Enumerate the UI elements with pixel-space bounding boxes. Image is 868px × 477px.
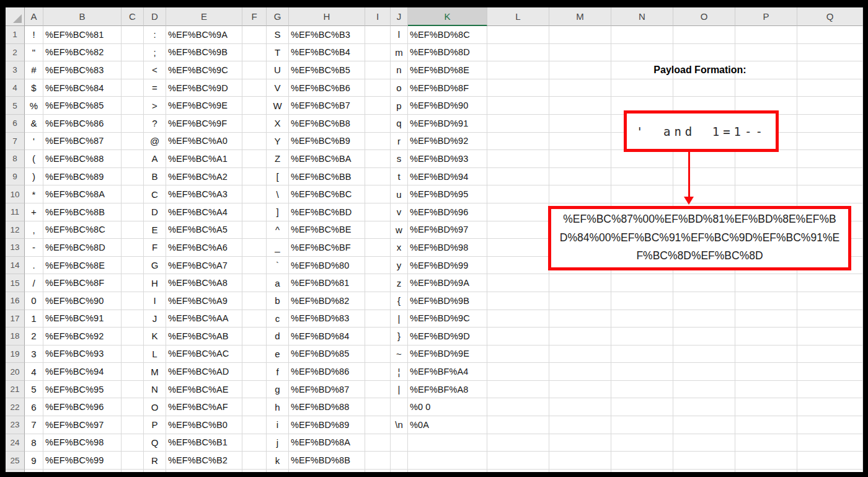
cell-L21[interactable] — [487, 381, 549, 399]
row-header-26-partial[interactable] — [6, 470, 25, 472]
cell-L18[interactable] — [487, 328, 549, 345]
cell-J1[interactable]: l — [391, 26, 408, 44]
cell-D3[interactable]: < — [144, 61, 166, 79]
cell-O6[interactable] — [673, 115, 735, 133]
cell-D7[interactable]: @ — [144, 133, 166, 151]
cell-O10[interactable] — [673, 185, 735, 203]
cell-A18[interactable]: 2 — [25, 328, 43, 345]
cell-C24[interactable] — [122, 434, 144, 452]
column-header-A[interactable]: A — [25, 7, 43, 26]
cell-M16[interactable] — [549, 292, 611, 310]
cell-Q5[interactable] — [797, 97, 863, 115]
cell-E23[interactable]: %EF%BC%B0 — [166, 416, 242, 434]
cell-H1[interactable]: %EF%BC%B3 — [289, 26, 365, 44]
row-header-11[interactable]: 11 — [6, 203, 25, 221]
cell-F7[interactable] — [242, 133, 267, 151]
cell-Q4[interactable] — [797, 79, 863, 97]
cell-D2[interactable]: ; — [144, 44, 166, 62]
cell-B25[interactable]: %EF%BC%99 — [43, 452, 122, 470]
row-header-19[interactable]: 19 — [6, 345, 25, 363]
cell-A12[interactable]: , — [25, 221, 43, 239]
cell-G3[interactable]: U — [267, 61, 289, 79]
cell-Q11[interactable] — [797, 203, 863, 221]
cell-L23[interactable] — [487, 416, 549, 434]
column-header-E[interactable]: E — [166, 7, 242, 26]
cell-K14[interactable]: %EF%BD%99 — [408, 257, 487, 275]
cell-E15[interactable]: %EF%BC%A8 — [166, 274, 242, 292]
cell-D9[interactable]: B — [144, 168, 166, 186]
cell-G9[interactable]: [ — [267, 168, 289, 186]
cell-K5[interactable]: %EF%BD%90 — [408, 97, 487, 115]
cell-I24[interactable] — [365, 434, 391, 452]
cell-Q8[interactable] — [797, 150, 863, 168]
cell-P22[interactable] — [735, 398, 797, 416]
cell-G22[interactable]: h — [267, 398, 289, 416]
cell-G12[interactable]: ^ — [267, 221, 289, 239]
cell-H24[interactable]: %EF%BD%8A — [289, 434, 365, 452]
cell-partial[interactable] — [735, 470, 797, 472]
cell-K11[interactable]: %EF%BD%96 — [408, 203, 487, 221]
cell-D25[interactable]: R — [144, 452, 166, 470]
cell-M23[interactable] — [549, 416, 611, 434]
row-header-10[interactable]: 10 — [6, 185, 25, 203]
cell-P4[interactable] — [735, 79, 797, 97]
cell-L6[interactable] — [487, 115, 549, 133]
cell-E19[interactable]: %EF%BC%AC — [166, 345, 242, 363]
cell-D16[interactable]: I — [144, 292, 166, 310]
cell-H21[interactable]: %EF%BD%87 — [289, 381, 365, 399]
cell-I13[interactable] — [365, 239, 391, 257]
cell-P5[interactable] — [735, 97, 797, 115]
cell-J25[interactable] — [391, 452, 408, 470]
cell-F1[interactable] — [242, 26, 267, 44]
cell-K15[interactable]: %EF%BD%9A — [408, 274, 487, 292]
cell-K21[interactable]: %EF%BF%A8 — [408, 381, 487, 399]
cell-K17[interactable]: %EF%BD%9C — [408, 310, 487, 328]
cell-C4[interactable] — [122, 79, 144, 97]
cell-N16[interactable] — [611, 292, 673, 310]
cell-D24[interactable]: Q — [144, 434, 166, 452]
row-header-16[interactable]: 16 — [6, 292, 25, 310]
cell-G18[interactable]: d — [267, 328, 289, 345]
column-header-M[interactable]: M — [549, 7, 611, 26]
cell-B16[interactable]: %EF%BC%90 — [43, 292, 122, 310]
cell-partial[interactable] — [797, 470, 863, 472]
column-header-K-selected[interactable]: K — [408, 7, 487, 26]
cell-A10[interactable]: * — [25, 185, 43, 203]
cell-C6[interactable] — [122, 115, 144, 133]
cell-partial[interactable] — [391, 470, 408, 472]
cell-L1[interactable] — [487, 26, 549, 44]
cell-H15[interactable]: %EF%BD%81 — [289, 274, 365, 292]
cell-B23[interactable]: %EF%BC%97 — [43, 416, 122, 434]
cell-O25[interactable] — [673, 452, 735, 470]
cell-F18[interactable] — [242, 328, 267, 345]
cell-I21[interactable] — [365, 381, 391, 399]
cell-O3[interactable] — [673, 61, 735, 79]
row-header-15[interactable]: 15 — [6, 274, 25, 292]
cell-M18[interactable] — [549, 328, 611, 345]
row-header-21[interactable]: 21 — [6, 381, 25, 399]
cell-P9[interactable] — [735, 168, 797, 186]
row-header-17[interactable]: 17 — [6, 310, 25, 328]
cell-I7[interactable] — [365, 133, 391, 151]
cell-O23[interactable] — [673, 416, 735, 434]
cell-P14[interactable] — [735, 257, 797, 275]
column-header-B[interactable]: B — [43, 7, 122, 26]
cell-A8[interactable]: ( — [25, 150, 43, 168]
cell-F25[interactable] — [242, 452, 267, 470]
cell-partial[interactable] — [487, 470, 549, 472]
cell-Q21[interactable] — [797, 381, 863, 399]
cell-E24[interactable]: %EF%BC%B1 — [166, 434, 242, 452]
cell-N18[interactable] — [611, 328, 673, 345]
cell-O22[interactable] — [673, 398, 735, 416]
cell-O1[interactable] — [673, 26, 735, 44]
cell-H20[interactable]: %EF%BD%86 — [289, 363, 365, 381]
cell-Q22[interactable] — [797, 398, 863, 416]
cell-P20[interactable] — [735, 363, 797, 381]
cell-E10[interactable]: %EF%BC%A3 — [166, 185, 242, 203]
row-header-20[interactable]: 20 — [6, 363, 25, 381]
cell-M14[interactable] — [549, 257, 611, 275]
cell-D23[interactable]: P — [144, 416, 166, 434]
cell-D15[interactable]: H — [144, 274, 166, 292]
cell-H8[interactable]: %EF%BC%BA — [289, 150, 365, 168]
row-header-4[interactable]: 4 — [6, 79, 25, 97]
